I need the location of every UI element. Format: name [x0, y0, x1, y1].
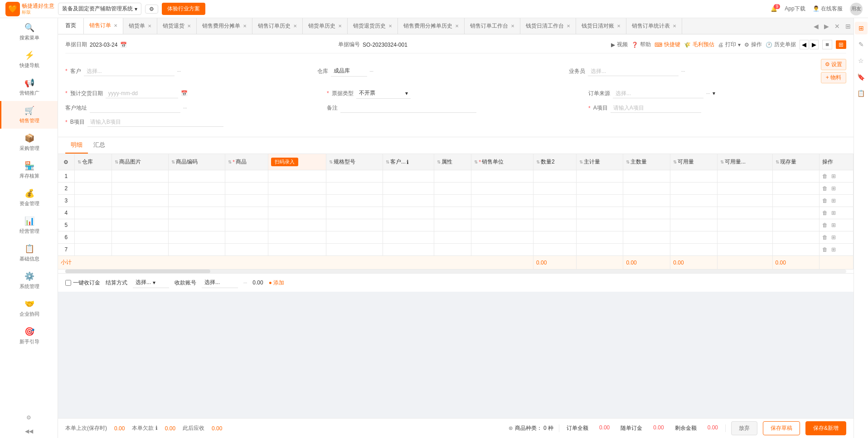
tab-close-sales-fee-split[interactable]: ✕: [243, 24, 247, 29]
row-7-attributes[interactable]: [434, 244, 471, 256]
row-5-available2[interactable]: [718, 219, 772, 231]
online-service-link[interactable]: 👨‍💼 在线客服: [813, 5, 843, 13]
row-7-copy-btn[interactable]: ⊞: [831, 246, 836, 253]
row-2-copy-btn[interactable]: ⊞: [831, 185, 836, 192]
tab-sales-order-history[interactable]: 销售订单历史 ✕: [252, 18, 303, 34]
row-2-available[interactable]: [670, 183, 718, 195]
row-1-product-image[interactable]: [112, 170, 169, 183]
row-7-customer-code[interactable]: [383, 244, 434, 256]
row-3-attributes[interactable]: [434, 195, 471, 207]
row-2-product-image[interactable]: [112, 183, 169, 195]
row-4-available2[interactable]: [718, 207, 772, 219]
tab-close-sales-order-workbench[interactable]: ✕: [511, 24, 514, 29]
row-3-customer-code[interactable]: [383, 195, 434, 207]
row-2-customer-code[interactable]: [383, 183, 434, 195]
right-panel-bookmark-btn[interactable]: 🔖: [855, 71, 868, 83]
row-4-available[interactable]: [670, 207, 718, 219]
app-download-link[interactable]: App下载: [785, 5, 805, 13]
th-product-image[interactable]: ⇅ 商品图片: [112, 154, 169, 170]
row-3-stock[interactable]: [772, 195, 820, 207]
row-4-main-qty[interactable]: [623, 207, 670, 219]
tab-sales-return[interactable]: 销货单 ✕: [123, 18, 157, 34]
tab-menu-btn[interactable]: ✕: [832, 23, 843, 30]
th-main-qty[interactable]: ⇅ 主数量: [623, 154, 670, 170]
row-1-warehouse[interactable]: [74, 170, 112, 183]
payment-method-select[interactable]: 选择... ▾: [133, 277, 169, 288]
right-panel-clip-btn[interactable]: 📋: [855, 87, 868, 100]
row-4-scan[interactable]: [268, 207, 326, 219]
row-2-qty2[interactable]: [533, 183, 576, 195]
row-2-product-name[interactable]: [225, 183, 268, 195]
row-6-warehouse[interactable]: [74, 231, 112, 244]
customer-more-btn[interactable]: ···: [177, 69, 181, 74]
row-1-stock[interactable]: [772, 170, 820, 183]
account-select[interactable]: 选择...: [202, 277, 238, 288]
row-4-main-unit[interactable]: [576, 207, 623, 219]
prev-record-btn[interactable]: ◀: [800, 40, 809, 49]
row-7-available2[interactable]: [718, 244, 772, 256]
row-4-product-code[interactable]: [169, 207, 225, 219]
row-2-unit[interactable]: [471, 183, 533, 195]
row-5-product-image[interactable]: [112, 219, 169, 231]
row-5-available[interactable]: [670, 219, 718, 231]
save-draft-btn[interactable]: 保存草稿: [763, 421, 800, 435]
row-7-scan[interactable]: [268, 244, 326, 256]
row-5-qty2[interactable]: [533, 219, 576, 231]
row-5-main-qty[interactable]: [623, 219, 670, 231]
row-2-warehouse[interactable]: [74, 183, 112, 195]
row-2-attributes[interactable]: [434, 183, 471, 195]
row-1-available[interactable]: [670, 170, 718, 183]
th-customer-code[interactable]: ⇅ 客户... ℹ: [383, 154, 434, 170]
row-5-product-name[interactable]: [225, 219, 268, 231]
row-4-product-image[interactable]: [112, 207, 169, 219]
row-2-main-unit[interactable]: [576, 183, 623, 195]
history-btn[interactable]: 🕐 历史单据: [766, 41, 796, 48]
row-6-main-qty[interactable]: [623, 231, 670, 244]
row-1-qty2[interactable]: [533, 170, 576, 183]
tab-close-sales-order-history[interactable]: ✕: [293, 24, 297, 29]
save-new-btn[interactable]: 保存&新增: [805, 421, 846, 435]
staff-more-btn[interactable]: ···: [681, 69, 685, 74]
tab-sales-summary[interactable]: 销售订单统计表 ✕: [626, 18, 682, 34]
row-4-qty2[interactable]: [533, 207, 576, 219]
row-5-attributes[interactable]: [434, 219, 471, 231]
tab-sales-refund[interactable]: 销货退货 ✕: [157, 18, 197, 34]
row-7-product-code[interactable]: [169, 244, 225, 256]
row-4-copy-btn[interactable]: ⊞: [831, 210, 836, 216]
row-7-available[interactable]: [670, 244, 718, 256]
row-5-warehouse[interactable]: [74, 219, 112, 231]
sidebar-item-quick[interactable]: ⚡ 快捷导航: [0, 46, 58, 73]
row-3-product-name[interactable]: [225, 195, 268, 207]
notification-bell[interactable]: 🔔 9: [771, 6, 777, 12]
delivery-date-input[interactable]: [106, 89, 178, 98]
row-1-product-name[interactable]: [225, 170, 268, 183]
row-4-product-name[interactable]: [225, 207, 268, 219]
tab-close-sales-summary[interactable]: ✕: [673, 24, 676, 29]
tab-cashflow-workbench[interactable]: 钱货日清工作台 ✕: [520, 18, 576, 34]
tab-close-sales-return[interactable]: ✕: [148, 24, 151, 29]
row-4-customer-code[interactable]: [383, 207, 434, 219]
row-5-unit[interactable]: [471, 219, 533, 231]
row-3-qty2[interactable]: [533, 195, 576, 207]
tab-close-cashflow-workbench[interactable]: ✕: [567, 24, 570, 29]
th-settings[interactable]: ⚙: [58, 154, 74, 170]
row-3-delete-btn[interactable]: 🗑: [822, 197, 828, 204]
row-5-delete-btn[interactable]: 🗑: [822, 222, 828, 228]
row-3-product-code[interactable]: [169, 195, 225, 207]
row-4-attributes[interactable]: [434, 207, 471, 219]
tab-sales-order[interactable]: 销售订单 ✕: [84, 18, 123, 34]
settings-float-btn[interactable]: ⚙ 设置: [821, 59, 846, 70]
row-7-warehouse[interactable]: [74, 244, 112, 256]
tab-sales-fee-split[interactable]: 销售费用分摊单 ✕: [197, 18, 252, 34]
row-1-main-qty[interactable]: [623, 170, 670, 183]
warehouse-more-btn[interactable]: ···: [370, 69, 373, 74]
sidebar-item-inventory[interactable]: 🏪 库存核算: [0, 156, 58, 184]
row-1-unit[interactable]: [471, 170, 533, 183]
row-7-spec[interactable]: [326, 244, 383, 256]
row-1-customer-code[interactable]: [383, 170, 434, 183]
row-6-available[interactable]: [670, 231, 718, 244]
row-6-copy-btn[interactable]: ⊞: [831, 234, 836, 241]
one-click-order-checkbox[interactable]: [65, 280, 71, 286]
sidebar-collapse-btn[interactable]: ⚙: [0, 411, 58, 424]
row-6-product-code[interactable]: [169, 231, 225, 244]
